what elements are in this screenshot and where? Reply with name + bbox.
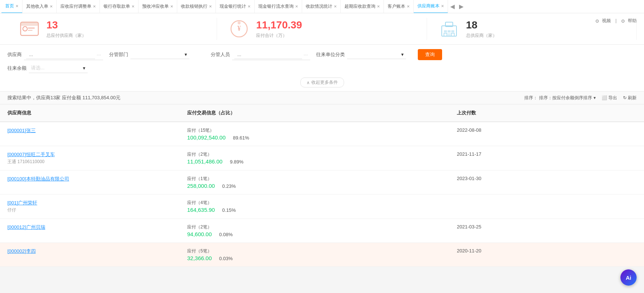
nav-tab-payment-stats[interactable]: 收款情况统计 ✕	[302, 0, 341, 13]
nav-prev-arrow[interactable]: ◀	[448, 3, 457, 10]
video-link[interactable]: 视频	[602, 18, 611, 24]
last-pay-date-1: 2022-08-08	[457, 127, 482, 133]
nav-tab-overdue-ap[interactable]: 超期应收款查询 ✕	[341, 0, 384, 13]
filter-item-balance: 往来余额 请选... ▾	[7, 63, 103, 73]
nav-tab-customer-account[interactable]: 客户账本 ✕	[384, 0, 414, 13]
nav-tab-home[interactable]: 首页 ✕	[1, 0, 22, 13]
svg-point-2	[23, 27, 27, 31]
category-filter-select[interactable]: ▾	[347, 50, 406, 59]
dept-filter-select[interactable]: ▾	[130, 50, 189, 59]
nav-next-arrow[interactable]: ▶	[457, 3, 466, 10]
pay-amount-3[interactable]: 258,000.00	[187, 183, 215, 189]
pay-amount-1[interactable]: 100,092,540.00	[187, 134, 225, 141]
stat-block-payable-suppliers: 13 总应付供应商（家）	[7, 18, 217, 40]
svg-rect-12	[451, 30, 454, 32]
supplier-filter-dots[interactable]: ···	[97, 52, 101, 58]
nav-tab-bank-deposit[interactable]: 银行存取款单 ✕	[100, 0, 139, 13]
nav-tab-home-label: 首页	[5, 3, 14, 9]
table-body: [000001]张三 应付（15笔） 100,092,540.00 89.61%…	[0, 122, 644, 267]
export-button[interactable]: ⬜ 导出	[602, 95, 617, 101]
filter-item-person: 分管人员 ···	[211, 49, 310, 60]
refresh-button[interactable]: ↻ 刷新	[623, 95, 637, 101]
nav-tab-supplier-account[interactable]: 供应商账本 ✕	[414, 0, 448, 13]
balance-filter-label: 往来余额	[7, 65, 27, 72]
pay-row-4: 164,635.90 0.15%	[187, 207, 457, 213]
person-filter-input-box[interactable]: ···	[232, 49, 310, 60]
nav-tab-payment-review[interactable]: 收款核销执行 ✕	[177, 0, 216, 13]
pay-percent-6: 0.03%	[219, 256, 233, 261]
nav-tab-advance-writeoff-label: 预收冲应收单	[142, 3, 169, 10]
last-pay-cell-2: 2021-11-17	[457, 150, 637, 158]
nav-tab-cash-bank-flow[interactable]: 现金银行流水查询 ✕	[255, 0, 302, 13]
stat-value-total-suppliers: 18	[466, 19, 497, 31]
nav-tab-cash-bank-flow-close[interactable]: ✕	[295, 4, 298, 8]
supplier-link-4[interactable]: [001]广州荣轩	[7, 200, 187, 206]
supplier-filter-input[interactable]	[26, 50, 95, 59]
pay-amount-5[interactable]: 94,600.00	[187, 231, 212, 237]
nav-tab-home-close[interactable]: ✕	[15, 4, 18, 8]
export-icon: ⬜	[602, 95, 607, 100]
last-pay-date-5: 2021-03-25	[457, 224, 482, 230]
balance-filter-select[interactable]: 请选... ▾	[29, 63, 88, 73]
filter-item-dept: 分管部门 ▾	[109, 50, 205, 59]
svg-point-7	[238, 21, 241, 24]
filter-item-category: 往来单位分类 ▾	[316, 50, 412, 59]
supplier-link-2[interactable]: [000007]恒旺二手叉车	[7, 151, 187, 158]
top-navigation: 首页 ✕ 其他收入单 ✕ 应收应付调整单 ✕ 银行存取款单 ✕ 预收冲应收单 ✕…	[0, 0, 644, 13]
nav-tab-cash-bank-stats-close[interactable]: ✕	[248, 4, 251, 8]
video-icon: ⊙	[595, 18, 599, 24]
table-row: [000001]张三 应付（15笔） 100,092,540.00 89.61%…	[0, 122, 644, 146]
filter-row-1: 供应商 ··· 分管部门 ▾ 分管人员 ··· 往来单位分类	[7, 49, 637, 60]
nav-tab-payment-stats-close[interactable]: ✕	[334, 4, 337, 8]
stat-value-payable-suppliers: 13	[46, 19, 86, 31]
nav-tab-bank-deposit-close[interactable]: ✕	[132, 4, 134, 8]
nav-tab-payment-review-close[interactable]: ✕	[209, 4, 212, 8]
help-link[interactable]: 帮助	[628, 18, 637, 24]
nav-tab-cash-bank-stats[interactable]: 现金银行统计 ✕	[216, 0, 255, 13]
person-filter-dots[interactable]: ···	[304, 52, 308, 58]
nav-tab-overdue-ap-close[interactable]: ✕	[377, 4, 380, 8]
sort-button[interactable]: 排序： 排序：按应付余额倒序排序 ▾	[524, 95, 596, 101]
supplier-link-5[interactable]: [000012]广州贝瑞	[7, 224, 187, 231]
supplier-filter-input-box[interactable]: ···	[24, 49, 103, 60]
pay-amount-2[interactable]: 11,051,486.00	[187, 158, 223, 165]
svg-rect-14	[448, 33, 451, 36]
nav-tab-payment-stats-label: 收款情况统计	[306, 3, 332, 10]
stat-info-total-suppliers: 18 总供应商（家）	[466, 19, 497, 39]
pay-percent-5: 0.08%	[219, 232, 233, 237]
nav-tab-other-income-close[interactable]: ✕	[50, 4, 53, 8]
nav-tab-ap-adjust[interactable]: 应收应付调整单 ✕	[57, 0, 100, 13]
pay-row-1: 100,092,540.00 89.61%	[187, 134, 457, 141]
supplier-info-cell-2: [000007]恒旺二手叉车 王通 17106110000	[7, 150, 187, 166]
pay-row-2: 11,051,486.00 9.89%	[187, 158, 457, 165]
pay-amount-4[interactable]: 164,635.90	[187, 207, 215, 213]
person-filter-input[interactable]	[234, 50, 302, 59]
collapse-button[interactable]: ∧ 收起更多条件	[300, 77, 344, 87]
filter-bar: 供应商 ··· 分管部门 ▾ 分管人员 ··· 往来单位分类	[0, 45, 644, 92]
nav-tab-ap-adjust-close[interactable]: ✕	[93, 4, 96, 8]
supplier-link-3[interactable]: [000100]本特勤油品有限公司	[7, 176, 187, 182]
supplier-sub-4: 仔仔	[7, 207, 187, 213]
transaction-cell-4: 应付（4笔） 164,635.90 0.15%	[187, 198, 457, 214]
dept-dropdown-icon: ▾	[185, 52, 187, 57]
data-table: 供应商信息 应付交易信息（占比） 上次付数 [000001]张三 应付（15笔）…	[0, 104, 644, 267]
nav-tab-other-income[interactable]: 其他收入单 ✕	[22, 0, 57, 13]
help-icon: ⊙	[621, 18, 625, 24]
nav-tab-advance-writeoff-close[interactable]: ✕	[170, 4, 173, 8]
transaction-cell-3: 应付（1笔） 258,000.00 0.23%	[187, 174, 457, 190]
supplier-link-6[interactable]: [000002]李四	[7, 248, 187, 255]
query-button[interactable]: 查询	[418, 49, 442, 60]
pay-label-1: 应付（15笔）	[187, 127, 457, 134]
pay-label-4: 应付（4笔）	[187, 200, 457, 206]
category-dropdown-icon: ▾	[401, 52, 404, 57]
nav-tab-supplier-account-close[interactable]: ✕	[441, 4, 444, 8]
pay-label-3: 应付（1笔）	[187, 176, 457, 182]
pay-amount-6[interactable]: 32,366.00	[187, 255, 212, 261]
svg-rect-11	[448, 30, 451, 32]
pay-row-3: 258,000.00 0.23%	[187, 183, 457, 189]
nav-tab-advance-writeoff[interactable]: 预收冲应收单 ✕	[139, 0, 177, 13]
supplier-link-1[interactable]: [000001]张三	[7, 127, 187, 134]
pay-row-5: 94,600.00 0.08%	[187, 231, 457, 237]
pay-label-5: 应付（2笔）	[187, 224, 457, 230]
nav-tab-customer-account-close[interactable]: ✕	[407, 4, 410, 8]
